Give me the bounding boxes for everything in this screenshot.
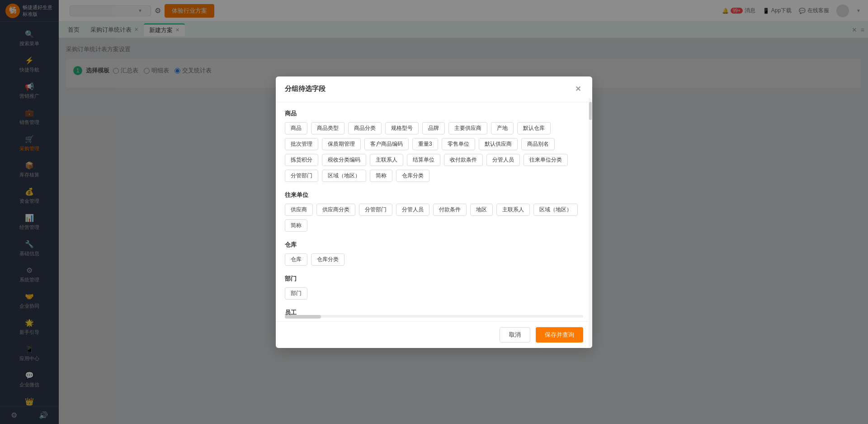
tag-goods[interactable]: 商品 <box>285 122 307 134</box>
tag-goods-type[interactable]: 商品类型 <box>311 122 344 134</box>
section-warehouse: 仓库 仓库 仓库分类 <box>285 241 583 266</box>
tag-region-partner[interactable]: 区域（地区） <box>533 204 578 216</box>
section-partner-tags: 供应商 供应商分类 分管部门 分管人员 付款条件 地区 主联系人 区域（地区） … <box>285 204 583 232</box>
tag-region-goods[interactable]: 区域（地区） <box>322 170 366 182</box>
tag-person-partner[interactable]: 分管人员 <box>396 204 429 216</box>
tag-short-name-partner[interactable]: 简称 <box>285 219 307 232</box>
modal-title: 分组待选字段 <box>285 85 326 93</box>
modal-confirm-button[interactable]: 保存并查询 <box>536 327 583 343</box>
modal-header: 分组待选字段 ✕ <box>276 76 592 102</box>
tag-spec-model[interactable]: 规格型号 <box>385 122 419 134</box>
tag-default-warehouse[interactable]: 默认仓库 <box>517 122 551 134</box>
tag-warehouse[interactable]: 仓库 <box>285 253 307 266</box>
tag-retail-unit[interactable]: 零售单位 <box>442 138 475 150</box>
section-goods-tags: 商品 商品类型 商品分类 规格型号 品牌 主要供应商 产地 默认仓库 批次管理 … <box>285 122 583 182</box>
tag-tax-code[interactable]: 税收分类编码 <box>322 154 366 166</box>
tag-weight3[interactable]: 重量3 <box>412 138 438 150</box>
tag-warehouse-cat[interactable]: 仓库分类 <box>311 253 344 266</box>
modal-scrollbar-thumb <box>589 102 592 120</box>
tag-supplier[interactable]: 供应商 <box>285 204 313 216</box>
tag-warehouse-cat-goods[interactable]: 仓库分类 <box>396 170 429 182</box>
tag-main-contact[interactable]: 主联系人 <box>370 154 403 166</box>
tag-manage-dept[interactable]: 分管部门 <box>285 170 318 182</box>
section-partner: 往来单位 供应商 供应商分类 分管部门 分管人员 付款条件 地区 主联系人 区域… <box>285 191 583 232</box>
section-dept-title: 部门 <box>285 275 583 283</box>
tag-partner-category[interactable]: 往来单位分类 <box>524 154 568 166</box>
section-goods-title: 商品 <box>285 110 583 118</box>
tag-pick-points[interactable]: 拣货积分 <box>285 154 318 166</box>
section-employee: 员工 业务员 <box>285 309 583 315</box>
modal-overlay: 分组待选字段 ✕ 商品 商品 商品类型 商品分类 规格型号 品牌 主要供应商 产… <box>0 0 868 424</box>
modal-cancel-button[interactable]: 取消 <box>500 327 530 343</box>
tag-brand[interactable]: 品牌 <box>422 122 445 134</box>
field-select-modal: 分组待选字段 ✕ 商品 商品 商品类型 商品分类 规格型号 品牌 主要供应商 产… <box>276 76 592 348</box>
tag-customer-code[interactable]: 客户商品编码 <box>364 138 409 150</box>
tag-payment-cond[interactable]: 付款条件 <box>433 204 467 216</box>
tag-manager[interactable]: 分管人员 <box>486 154 520 166</box>
tag-goods-category[interactable]: 商品分类 <box>348 122 382 134</box>
section-warehouse-title: 仓库 <box>285 241 583 249</box>
tag-main-contact-partner[interactable]: 主联系人 <box>496 204 530 216</box>
tag-expiry-manage[interactable]: 保质期管理 <box>322 138 361 150</box>
modal-footer: 取消 保存并查询 <box>276 321 592 348</box>
modal-hscroll-thumb <box>285 315 321 319</box>
section-warehouse-tags: 仓库 仓库分类 <box>285 253 583 266</box>
tag-short-name-goods[interactable]: 简称 <box>370 170 392 182</box>
tag-payment-terms[interactable]: 收付款条件 <box>444 154 483 166</box>
modal-close-button[interactable]: ✕ <box>572 84 583 95</box>
section-dept-tags: 部门 <box>285 287 583 300</box>
tag-goods-alias[interactable]: 商品别名 <box>521 138 555 150</box>
section-employee-title: 员工 <box>285 309 583 315</box>
section-goods: 商品 商品 商品类型 商品分类 规格型号 品牌 主要供应商 产地 默认仓库 批次… <box>285 110 583 182</box>
tag-supplier-category[interactable]: 供应商分类 <box>316 204 355 216</box>
modal-vertical-scrollbar[interactable] <box>589 98 592 348</box>
modal-horizontal-scrollbar[interactable] <box>285 315 583 318</box>
modal-body: 商品 商品 商品类型 商品分类 规格型号 品牌 主要供应商 产地 默认仓库 批次… <box>276 102 592 315</box>
tag-dept-partner[interactable]: 分管部门 <box>359 204 392 216</box>
tag-area[interactable]: 地区 <box>470 204 493 216</box>
tag-settlement-unit[interactable]: 结算单位 <box>407 154 440 166</box>
tag-default-supplier[interactable]: 默认供应商 <box>479 138 518 150</box>
tag-dept[interactable]: 部门 <box>285 287 307 300</box>
tag-main-supplier[interactable]: 主要供应商 <box>448 122 487 134</box>
tag-origin[interactable]: 产地 <box>491 122 514 134</box>
section-dept: 部门 部门 <box>285 275 583 300</box>
section-partner-title: 往来单位 <box>285 191 583 199</box>
tag-batch-manage[interactable]: 批次管理 <box>285 138 318 150</box>
